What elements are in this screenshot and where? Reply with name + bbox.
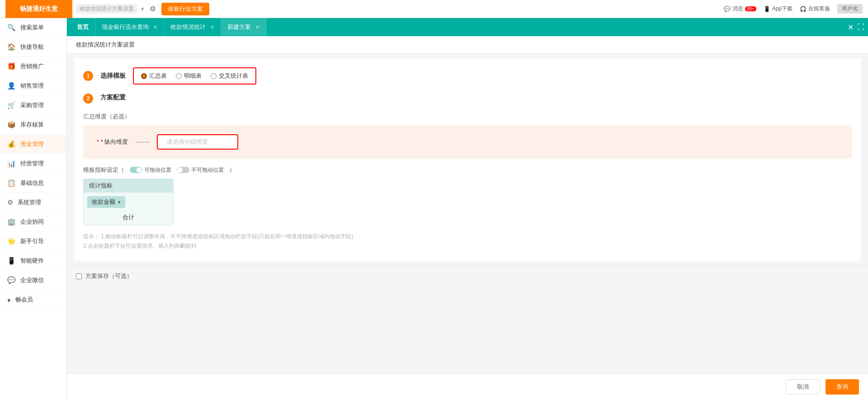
tab-bank[interactable]: 现金银行流水查询 ✕ — [95, 18, 164, 36]
step1-row: 1 选择模板 汇总表 明细表 交叉统计表 — [83, 67, 852, 85]
radio-summary[interactable]: 汇总表 — [141, 72, 167, 80]
sidebar-item-purchase[interactable]: 🛒 采购管理 — [0, 96, 66, 115]
tab-home[interactable]: 首页 — [71, 18, 95, 36]
save-checkbox[interactable] — [76, 273, 82, 279]
indicator-header: 模板指标设定（ 可拖动位置 不可拖动位置 ） — [83, 166, 852, 174]
tab-close-newplan[interactable]: ✕ — [255, 24, 259, 30]
sidebar-item-sales[interactable]: 👤 销售管理 — [0, 76, 66, 96]
sidebar-item-label: 企业微信 — [20, 276, 44, 284]
sidebar-item-label: 采购管理 — [20, 101, 44, 109]
plan-config-section: 汇总维度（必选） * * 纵向维度 —— 请选择分组维度 — [83, 113, 852, 250]
main-layout: 🔍 搜索菜单 🏠 快捷导航 🎁 营销推广 👤 销售管理 🛒 采购管理 📦 库存核… — [0, 18, 868, 400]
gift-icon: 🎁 — [7, 62, 16, 71]
tips-section: 提示： 1.拖动标题栏可以调整布局，不可跨维度或指标区域拖动栏目字段(只能在同一… — [83, 233, 852, 250]
page-content: 收款情况统计方案设置 1 选择模板 汇总表 明细表 — [67, 36, 868, 373]
content-area: 首页 现金银行流水查询 ✕ 收款情况统计 ✕ 新建方案 ✕ ✕ ⛶ 收 — [67, 18, 868, 400]
step2-badge: 2 — [83, 94, 93, 104]
indicator-table-area: 统计指标 收款金额 ▾ 合计 — [83, 179, 174, 226]
tab-close-receipt[interactable]: ✕ — [210, 24, 214, 30]
sidebar-item-basics[interactable]: 📋 基础信息 — [0, 174, 66, 193]
user-avatar[interactable]: 用户名 — [837, 4, 863, 14]
sidebar-item-marketing[interactable]: 🎁 营销推广 — [0, 57, 66, 76]
chevron-down-icon: ▾ — [118, 199, 121, 205]
radio-detail-input[interactable] — [176, 73, 182, 79]
dimension-area: * * 纵向维度 —— 请选择分组维度 — [83, 125, 852, 159]
maximize-window-button[interactable]: ⛶ — [857, 23, 864, 31]
breadcrumb-text: 收款情况统计方案设置 — [76, 4, 137, 14]
star-icon: 🌟 — [7, 237, 16, 245]
tab-close-bank[interactable]: ✕ — [153, 24, 157, 30]
trial-button[interactable]: 体验行业方案 — [161, 3, 209, 15]
sidebar-item-inventory[interactable]: 📦 库存核算 — [0, 115, 66, 135]
query-button[interactable]: 查询 — [826, 379, 859, 395]
close-window-button[interactable]: ✕ — [848, 23, 854, 32]
search-icon: 🔍 — [7, 24, 16, 32]
sidebar-item-hardware[interactable]: 📱 智能硬件 — [0, 251, 66, 271]
indicator-tag-row: 收款金额 ▾ — [84, 193, 173, 212]
message-badge: 99+ — [745, 6, 756, 11]
chat-icon: 💬 — [7, 276, 16, 284]
sidebar-item-vip[interactable]: ♦ 畅会员 — [0, 290, 66, 310]
sidebar-item-wechat[interactable]: 💬 企业微信 — [0, 271, 66, 290]
gear-icon: ⚙ — [7, 198, 13, 207]
save-option-label: 方案保存（可选） — [85, 272, 132, 280]
radio-detail[interactable]: 明细表 — [176, 72, 202, 80]
gear-button[interactable]: ⚙ — [148, 3, 158, 15]
message-button[interactable]: 💬 消息 99+ — [724, 5, 756, 13]
sidebar-item-corp[interactable]: 🏢 企业协同 — [0, 212, 66, 232]
form-section: 1 选择模板 汇总表 明细表 交叉统计表 — [74, 58, 861, 261]
breadcrumb-area: 收款情况统计方案设置 ▾ ⚙ 体验行业方案 — [76, 3, 720, 15]
sidebar-item-label: 销售管理 — [20, 82, 44, 90]
clipboard-icon: 📋 — [7, 179, 16, 187]
sidebar-item-label: 营销推广 — [20, 62, 44, 71]
sidebar-item-label: 新手引导 — [20, 237, 44, 245]
tab-bar: 首页 现金银行流水查询 ✕ 收款情况统计 ✕ 新建方案 ✕ ✕ ⛶ — [67, 18, 868, 36]
dimension-section-title: 汇总维度（必选） — [83, 113, 852, 121]
download-button[interactable]: 📱 App下载 — [764, 5, 793, 13]
diamond-icon: ♦ — [7, 296, 11, 304]
step2-row: 2 方案配置 — [83, 94, 852, 104]
radio-summary-input[interactable] — [141, 73, 147, 79]
sidebar-item-finance[interactable]: 💰 资金管理 — [0, 135, 66, 154]
service-button[interactable]: 🎧 在线客服 — [800, 5, 830, 13]
radio-crosstab[interactable]: 交叉统计表 — [211, 72, 248, 80]
user-icon: 👤 — [7, 82, 16, 90]
sidebar-item-operations[interactable]: 📊 经营管理 — [0, 154, 66, 174]
sidebar-item-system[interactable]: ⚙ 系统管理 — [0, 193, 66, 212]
indicator-tag-receipt-amount[interactable]: 收款金额 ▾ — [87, 196, 125, 208]
step2-label: 方案配置 — [100, 94, 126, 102]
radio-summary-label: 汇总表 — [149, 72, 167, 80]
draggable-legend: 可拖动位置 — [130, 166, 171, 174]
arrow-right-icon: —— — [135, 138, 150, 146]
top-bar: 畅捷通好生意 收款情况统计方案设置 ▾ ⚙ 体验行业方案 💬 消息 99+ 📱 … — [0, 0, 868, 18]
sidebar-item-newbie[interactable]: 🌟 新手引导 — [0, 232, 66, 251]
step1-badge: 1 — [83, 71, 93, 81]
indicator-total: 合计 — [84, 212, 173, 225]
dimension-row: * * 纵向维度 —— 请选择分组维度 — [97, 134, 838, 150]
money-icon: 💰 — [7, 140, 16, 148]
sidebar-item-label: 企业协同 — [20, 218, 44, 226]
indicator-table-header: 统计指标 — [84, 179, 173, 193]
chevron-down-icon: ▾ — [141, 5, 144, 12]
logo: 畅捷通好生意 — [5, 0, 72, 18]
tab-newplan[interactable]: 新建方案 ✕ — [221, 18, 266, 36]
tip-2: 2.点击标题栏下拉可设置排序、插入列和删除列 — [83, 242, 852, 250]
sidebar-item-label: 搜索菜单 — [20, 24, 44, 32]
sidebar-item-nav[interactable]: 🏠 快捷导航 — [0, 38, 66, 57]
dimension-select-input[interactable]: 请选择分组维度 — [157, 134, 238, 150]
sidebar-item-label: 快捷导航 — [20, 43, 44, 51]
message-icon: 💬 — [724, 6, 731, 12]
radio-detail-label: 明细表 — [184, 72, 202, 80]
cancel-button[interactable]: 取消 — [786, 379, 820, 395]
save-option-row: 方案保存（可选） — [67, 265, 868, 287]
draggable-toggle-on — [130, 167, 142, 173]
radio-crosstab-input[interactable] — [211, 73, 217, 79]
non-draggable-legend: 不可拖动位置 — [177, 166, 224, 174]
home-icon: 🏠 — [7, 43, 16, 51]
sidebar-item-search[interactable]: 🔍 搜索菜单 — [0, 18, 66, 38]
step1-label: 选择模板 — [100, 72, 126, 80]
draggable-toggle-off — [177, 167, 189, 173]
tab-receipt[interactable]: 收款情况统计 ✕ — [164, 18, 221, 36]
sidebar-item-label: 智能硬件 — [20, 257, 44, 265]
sidebar-item-label: 系统管理 — [18, 198, 41, 207]
